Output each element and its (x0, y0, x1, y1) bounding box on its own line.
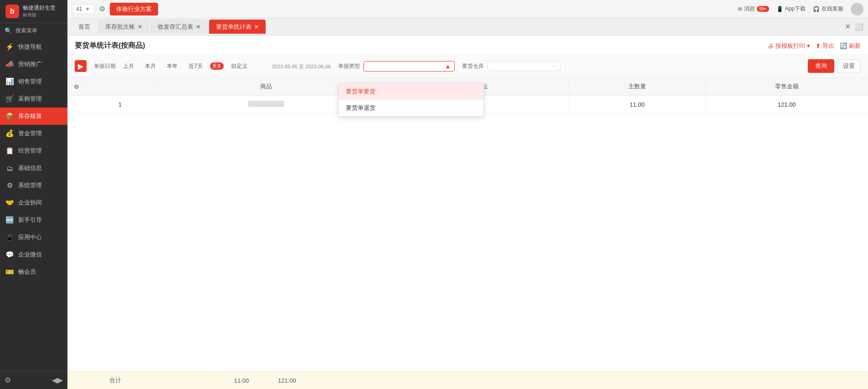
row-amount: 121.00 (705, 96, 868, 113)
tab-label: 库存批次账 (105, 23, 135, 31)
message-item[interactable]: ✉ 消息 99+ (738, 5, 769, 13)
sidebar-item-label: 采购管理 (18, 95, 42, 103)
tabs-bar: 首页 库存批次账 ✕ 收发存汇总表 ✕ 要货单统计表 ✕ ✕ ⬜ (67, 18, 868, 36)
settings-button[interactable]: 设置 (837, 59, 861, 73)
app-download-label: App下载 (785, 5, 806, 13)
sidebar-item-wechat[interactable]: 💬 企业微信 (0, 246, 67, 263)
sidebar-item-label: 库存核算 (18, 112, 42, 120)
tab-label: 收发存汇总表 (158, 23, 193, 31)
print-arrow-icon: ▾ (807, 42, 810, 49)
sidebar-item-label: 畅会员 (18, 268, 36, 276)
expand-window-icon[interactable]: ⬜ (854, 22, 863, 31)
sidebar-item-label: 系统管理 (18, 181, 42, 189)
col-header-no (86, 78, 154, 96)
message-badge: 99+ (757, 6, 769, 12)
warehouse-select-box[interactable]: ··· (488, 61, 560, 71)
mobile-icon: 📱 (776, 6, 783, 12)
dropdown-item-order-out[interactable]: 要货单退货 (339, 100, 483, 116)
sidebar-item-guide[interactable]: 🆕 新手引导 (0, 211, 67, 229)
window-controls: ✕ ⬜ (845, 22, 863, 31)
tab-close-icon[interactable]: ✕ (254, 24, 259, 30)
date-btn-this-month[interactable]: 本月 (141, 61, 159, 71)
topbar-settings-icon[interactable]: ⚙ (99, 5, 105, 13)
warehouse-select-value (492, 63, 493, 69)
type-select-box[interactable]: ▲ (364, 61, 455, 72)
col-header-quantity: 主数量 (569, 78, 705, 96)
app-download-item[interactable]: 📱 App下载 (776, 5, 806, 13)
refresh-icon: 🔄 (840, 42, 847, 49)
sidebar-item-label: 应用中心 (18, 233, 42, 241)
tab-label: 要货单统计表 (216, 23, 252, 31)
page-title-bar: 要货单统计表(按商品) 🖨 按模板打印 ▾ ⬆ 导出 🔄 刷新 (67, 36, 868, 55)
date-btn-custom[interactable]: 自定义 (227, 61, 251, 71)
marketing-icon: 📣 (5, 60, 14, 68)
col-header-settings[interactable]: ⚙ (67, 78, 86, 96)
wechat-icon: 💬 (5, 251, 14, 259)
sidebar-item-label: 销售管理 (18, 77, 42, 86)
export-icon: ⬆ (816, 42, 821, 49)
system-icon: ⚙ (5, 181, 14, 189)
logo-icon: b (5, 5, 19, 18)
date-btn-last-month[interactable]: 上月 (119, 61, 138, 71)
quick-nav-icon: ⚡ (5, 43, 14, 51)
sidebar-item-member[interactable]: 🎫 畅会员 (0, 263, 67, 281)
type-filter-label: 单据类型 (338, 62, 360, 70)
type-dropdown: 要货单要货 要货单退货 (338, 83, 484, 117)
trial-button[interactable]: 体验行业方案 (110, 3, 158, 15)
sidebar-item-purchase[interactable]: 🛒 采购管理 (0, 90, 67, 107)
tab-order-stats[interactable]: 要货单统计表 ✕ (209, 20, 266, 34)
sidebar-item-inventory[interactable]: 📦 库存核算 (0, 107, 67, 125)
filter-actions: 查询 设置 (808, 59, 861, 73)
store-name: 41 (76, 6, 82, 12)
brand-name: 畅捷通好生意 (23, 5, 56, 12)
tab-close-icon[interactable]: ✕ (196, 24, 200, 30)
close-window-icon[interactable]: ✕ (845, 22, 851, 31)
sidebar-item-marketing[interactable]: 📣 营销推广 (0, 56, 67, 73)
filter-expand-button[interactable]: ▶ (75, 60, 87, 72)
tab-batch-account[interactable]: 库存批次账 ✕ (98, 20, 149, 34)
data-table-wrapper: ⚙ 商品 主计量单位 主数量 零售金额 1 (67, 78, 868, 371)
online-service-item[interactable]: 🎧 在线客服 (813, 5, 843, 13)
collapse-icon[interactable]: ◀▶ (52, 376, 63, 384)
sidebar-item-finance[interactable]: 💰 资金管理 (0, 125, 67, 142)
sidebar-item-sales[interactable]: 📊 销售管理 (0, 73, 67, 90)
footer-total-label: 合计 (109, 376, 164, 384)
print-action[interactable]: 🖨 按模板打印 ▾ (768, 42, 810, 50)
store-selector[interactable]: 41 ▼ (72, 4, 94, 14)
main-content: 要货单统计表(按商品) 🖨 按模板打印 ▾ ⬆ 导出 🔄 刷新 ▶ (67, 36, 868, 389)
table-footer: 合计 11.00 121.00 (67, 371, 868, 389)
operations-icon: 📋 (5, 147, 14, 155)
dropdown-arrow-icon: ▼ (85, 6, 90, 12)
date-filter-group: 单据日期 上月 本月 本年 近7天 更多 自定义 2023-05-06 至 20… (94, 61, 331, 71)
product-placeholder (248, 101, 284, 107)
user-avatar[interactable] (851, 3, 863, 15)
sidebar-nav: ⚡ 快捷导航 📣 营销推广 📊 销售管理 🛒 采购管理 📦 库存核算 💰 资金管… (0, 38, 67, 371)
sidebar-item-operations[interactable]: 📋 经营管理 (0, 142, 67, 159)
sidebar-item-system[interactable]: ⚙ 系统管理 (0, 177, 67, 194)
print-label: 按模板打印 (776, 42, 805, 50)
footer-total-quantity: 11.00 (219, 377, 264, 384)
date-more-badge[interactable]: 更多 (210, 62, 224, 70)
settings-bottom-icon[interactable]: ⚙ (5, 376, 11, 384)
sidebar-item-enterprise[interactable]: 🤝 企业协同 (0, 194, 67, 211)
search-icon: 🔍 (5, 27, 12, 34)
date-btn-this-year[interactable]: 本年 (163, 61, 181, 71)
refresh-label: 刷新 (849, 42, 861, 50)
search-menu[interactable]: 🔍 搜索菜单 (0, 23, 67, 38)
sidebar-item-basic-info[interactable]: 🗂 基础信息 (0, 159, 67, 177)
main-area: 41 ▼ ⚙ 体验行业方案 ✉ 消息 99+ 📱 App下载 🎧 在线客服 (67, 0, 868, 389)
tab-receive-summary[interactable]: 收发存汇总表 ✕ (151, 20, 207, 34)
export-action[interactable]: ⬆ 导出 (816, 42, 834, 50)
dropdown-item-order-in[interactable]: 要货单要货 (339, 83, 483, 100)
tab-home[interactable]: 首页 (72, 20, 97, 34)
tab-close-icon[interactable]: ✕ (138, 24, 142, 30)
row-no: 1 (86, 96, 154, 113)
sidebar-item-app-center[interactable]: 📱 应用中心 (0, 229, 67, 246)
refresh-action[interactable]: 🔄 刷新 (840, 42, 861, 50)
query-button[interactable]: 查询 (808, 59, 834, 73)
sidebar-item-quick-nav[interactable]: ⚡ 快捷导航 (0, 38, 67, 56)
date-btn-7days[interactable]: 近7天 (185, 61, 206, 71)
enterprise-icon: 🤝 (5, 199, 14, 207)
sidebar-item-label: 企业微信 (18, 251, 42, 259)
title-actions: 🖨 按模板打印 ▾ ⬆ 导出 🔄 刷新 (768, 42, 861, 50)
